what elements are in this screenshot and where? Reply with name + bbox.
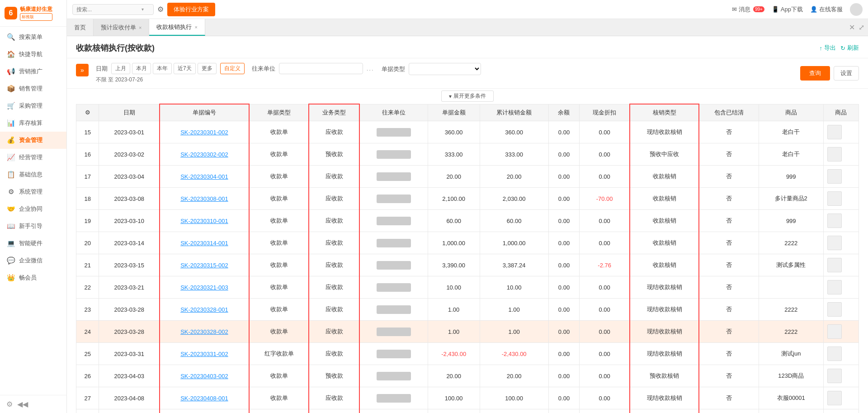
doc-link-10[interactable]: SK-20230331-002 [180,351,228,357]
message-action[interactable]: ✉ 消息 99+ [732,5,764,14]
tab-close-2[interactable]: × [194,24,197,30]
table-cell-7-2[interactable]: SK-20230321-003 [160,276,249,299]
service-icon: 👤 [810,6,817,13]
topbar-search-input[interactable] [76,6,140,13]
date-btn-2[interactable]: 本年 [153,63,172,74]
doc-link-3[interactable]: SK-20230308-001 [180,195,228,202]
doc-link-8[interactable]: SK-20230328-001 [180,306,228,313]
sidebar-item-6[interactable]: 💰资金管理 [0,132,66,149]
doc-link-12[interactable]: SK-20230408-001 [180,395,228,402]
table-cell-0-12: 老白干 [759,121,823,143]
sidebar-item-14[interactable]: 👑畅会员 [0,269,66,286]
sidebar-item-3[interactable]: 📦销售管理 [0,80,66,97]
table-cell-0-2[interactable]: SK-20230301-002 [160,121,249,143]
table-cell-12-2[interactable]: SK-20230408-001 [160,387,249,409]
sidebar-item-10[interactable]: 🤝企业协同 [0,200,66,218]
table-cell-1-2[interactable]: SK-20230302-002 [160,143,249,166]
maximize-icon[interactable]: ⤢ [859,23,864,32]
doc-link-7[interactable]: SK-20230321-003 [180,284,228,291]
table-cell-6-13 [823,254,859,276]
date-btn-1[interactable]: 本月 [132,63,151,74]
sidebar-item-0[interactable]: 🔍搜索菜单 [0,28,66,46]
table-row: 232023-03-28SK-20230328-001收款单应收款████1.0… [76,299,859,321]
table-cell-2-2[interactable]: SK-20230304-001 [160,166,249,188]
expand-more-button[interactable]: ▾ 展开更多条件 [441,90,494,102]
partner-more-icon[interactable]: ... [367,65,374,72]
table-cell-8-2[interactable]: SK-20230328-001 [160,299,249,321]
solution-button[interactable]: 体验行业方案 [167,3,215,16]
date-btn-4[interactable]: 更多 [198,63,217,74]
table-cell-12-12: 衣服00001 [759,387,823,409]
table-cell-5-2[interactable]: SK-20230314-001 [160,232,249,254]
tab-0[interactable]: 首页 [67,19,94,36]
table-cell-4-5: ████ [359,210,428,232]
sidebar-item-4[interactable]: 🛒采购管理 [0,97,66,114]
table-cell-2-3: 收款单 [249,166,309,188]
refresh-button[interactable]: ↻ 刷新 [840,44,859,52]
table-cell-8-10: 现结收款核销 [630,299,699,321]
partner-filter-input[interactable] [279,63,363,74]
table-cell-11-2[interactable]: SK-20230403-002 [160,365,249,387]
table-cell-8-3: 收款单 [249,299,309,321]
table-cell-5-6: 1,000.00 [428,232,480,254]
doc-link-11[interactable]: SK-20230403-002 [180,373,228,380]
date-btn-0[interactable]: 上月 [111,63,130,74]
sidebar-item-9[interactable]: ⚙系统管理 [0,183,66,200]
settings-gear-icon[interactable]: ⚙ [157,5,164,14]
sidebar-item-13[interactable]: 💬企业微信 [0,252,66,269]
doc-link-1[interactable]: SK-20230302-002 [180,151,228,158]
doc-link-2[interactable]: SK-20230304-001 [180,173,228,180]
doctype-select[interactable] [409,63,481,75]
table-cell-7-7: 10.00 [480,276,548,299]
sidebar-item-11[interactable]: 📖新手引导 [0,218,66,235]
table-cell-9-13 [823,321,859,343]
sidebar-item-5[interactable]: 📊库存核算 [0,114,66,132]
filter-expand-button[interactable]: » [76,64,89,76]
table-cell-4-2[interactable]: SK-20230310-001 [160,210,249,232]
settings-icon[interactable]: ⚙ [6,400,13,408]
table-cell-9-2[interactable]: SK-20230328-002 [160,321,249,343]
col-header-3: 单据类型 [249,104,309,121]
table-cell-7-1: 2023-03-21 [99,276,160,299]
user-avatar[interactable] [850,3,863,16]
product-thumb-11 [827,369,842,383]
doc-link-6[interactable]: SK-20230315-002 [180,262,228,269]
table-cell-13-2[interactable]: SK-20230418-001 [160,409,249,413]
table-cell-12-3: 收款单 [249,387,309,409]
sidebar-item-2[interactable]: 📢营销推广 [0,63,66,80]
date-btn-3[interactable]: 近7天 [174,63,196,74]
tab-close-1[interactable]: × [139,25,142,30]
settings-button[interactable]: 设置 [834,66,859,81]
table-cell-7-6: 10.00 [428,276,480,299]
table-cell-3-2[interactable]: SK-20230308-001 [160,188,249,210]
collapse-icon[interactable]: ◀◀ [17,400,28,408]
table-cell-2-9: 0.00 [580,166,630,188]
close-tab-icon[interactable]: ✕ [849,23,855,32]
doc-link-5[interactable]: SK-20230314-001 [180,240,228,247]
sidebar-icon-3: 📦 [6,85,15,93]
table-row: 212023-03-15SK-20230315-002收款单应收款████3,3… [76,254,859,276]
export-button[interactable]: ↑ 导出 [820,44,836,52]
tab-label-0: 首页 [74,24,86,32]
table-cell-13-7: 100.00 [480,409,548,413]
table-cell-10-1: 2023-03-31 [99,343,160,365]
tab-1[interactable]: 预计应收付单× [94,19,149,36]
sidebar-item-1[interactable]: 🏠快捷导航 [0,46,66,63]
sidebar-item-7[interactable]: 📈经营管理 [0,149,66,166]
table-cell-13-11: 否 [699,409,759,413]
table-cell-6-2[interactable]: SK-20230315-002 [160,254,249,276]
table-cell-1-8: 0.00 [548,143,580,166]
doc-link-0[interactable]: SK-20230301-002 [180,129,228,136]
col-header-0[interactable]: ⚙ [76,104,99,121]
tab-2[interactable]: 收款核销执行× [149,19,205,36]
app-download-action[interactable]: 📱 App下载 [772,5,803,14]
sidebar-item-8[interactable]: 📋基础信息 [0,166,66,183]
query-button[interactable]: 查询 [800,66,830,81]
custom-date-button[interactable]: 自定义 [220,63,245,74]
sidebar-item-12[interactable]: 💻智能硬件 [0,235,66,252]
doc-link-9[interactable]: SK-20230328-002 [180,328,228,335]
online-service-action[interactable]: 👤 在线客服 [810,5,843,14]
table-cell-10-2[interactable]: SK-20230331-002 [160,343,249,365]
doc-link-4[interactable]: SK-20230310-001 [180,218,228,224]
table-cell-1-10: 预收中应收 [630,143,699,166]
